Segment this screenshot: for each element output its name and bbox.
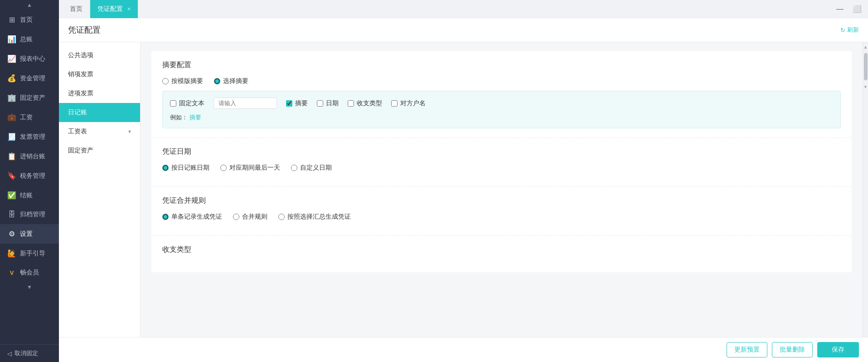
radio-select-total[interactable]: 按照选择汇总生成凭证 <box>278 213 351 221</box>
batch-delete-button[interactable]: 批量删除 <box>772 342 813 357</box>
left-nav-item-payroll-sheet[interactable]: 工资表 ▾ <box>59 122 140 141</box>
radio-merge-input[interactable] <box>233 214 239 220</box>
ledger-icon: 📊 <box>7 35 16 44</box>
page-title: 凭证配置 <box>68 24 101 35</box>
settings-icon: ⚙ <box>7 230 16 238</box>
update-preset-button[interactable]: 更新预置 <box>727 342 767 357</box>
sidebar-item-tax[interactable]: 🔖 税务管理 <box>0 166 59 186</box>
left-nav-item-public[interactable]: 公共选项 <box>59 46 140 65</box>
section-summary-config: 摘要配置 按模版摘要 选择摘要 <box>151 51 852 138</box>
sidebar-item-settings[interactable]: ⚙ 设置 <box>0 224 59 244</box>
save-button[interactable]: 保存 <box>817 342 859 357</box>
left-nav-item-sales[interactable]: 销项发票 <box>59 65 140 84</box>
report-icon: 📈 <box>7 54 16 63</box>
summary-checkbox-row: 固定文本 摘要 日期 <box>170 98 833 109</box>
right-content: 摘要配置 按模版摘要 选择摘要 <box>141 42 863 337</box>
radio-template-summary[interactable]: 按模版摘要 <box>162 77 203 85</box>
capital-icon: 💰 <box>7 74 16 83</box>
body-layout: 公共选项 销项发票 进项发票 日记账 工资表 ▾ 固定资产 <box>59 42 868 337</box>
example-value: 摘要 <box>189 114 201 121</box>
edge-scrollbar: ▲ ▼ <box>863 42 868 337</box>
sidebar-item-guide[interactable]: 🙋 新手引导 <box>0 244 59 263</box>
sidebar-item-capital[interactable]: 💰 资金管理 <box>0 68 59 88</box>
radio-journal-date[interactable]: 按日记账日期 <box>162 164 209 172</box>
refresh-icon: ↻ <box>840 27 845 34</box>
sidebar-item-archive[interactable]: 🗄 归档管理 <box>0 205 59 224</box>
radio-select-total-input[interactable] <box>278 214 285 220</box>
tab-controls: — ⬜ <box>834 4 864 14</box>
tax-icon: 🔖 <box>7 171 16 180</box>
radio-select-input[interactable] <box>214 78 220 84</box>
sidebar: ▲ ⊞ 首页 📊 总账 📈 报表中心 💰 资金管理 🏢 固定资产 💼 工资 🧾 … <box>0 0 59 362</box>
income-type-title: 收支类型 <box>162 245 841 254</box>
edge-scroll-up[interactable]: ▲ <box>863 42 868 51</box>
checkbox-date[interactable]: 日期 <box>317 99 339 108</box>
merge-rule-radio-group: 单条记录生成凭证 合并规则 按照选择汇总生成凭证 <box>162 213 841 221</box>
home-icon: ⊞ <box>7 15 16 24</box>
radio-period-last[interactable]: 对应期间最后一天 <box>220 164 280 172</box>
fixed-text-input[interactable] <box>213 98 277 109</box>
tab-restore-button[interactable]: ⬜ <box>850 4 864 14</box>
radio-select-summary[interactable]: 选择摘要 <box>214 77 248 85</box>
checkbox-summary[interactable]: 摘要 <box>286 99 308 108</box>
summary-config-title: 摘要配置 <box>162 60 841 70</box>
edge-scroll-thumb[interactable] <box>864 53 868 80</box>
sidebar-item-report[interactable]: 📈 报表中心 <box>0 49 59 68</box>
tab-voucher-config[interactable]: 凭证配置 × <box>90 0 138 18</box>
left-nav-item-journal[interactable]: 日记账 <box>59 103 140 122</box>
sidebar-item-vip[interactable]: V 畅会员 <box>0 263 59 282</box>
sidebar-item-assets[interactable]: 🏢 固定资产 <box>0 88 59 108</box>
sidebar-item-flow[interactable]: 📋 进销台账 <box>0 147 59 166</box>
radio-journal-date-input[interactable] <box>162 165 169 171</box>
radio-merge[interactable]: 合并规则 <box>233 213 267 221</box>
checkbox-income-type[interactable]: 收支类型 <box>348 99 382 108</box>
checkbox-counter-name-input[interactable] <box>391 100 398 107</box>
radio-single-record-input[interactable] <box>162 214 169 220</box>
radio-template-input[interactable] <box>162 78 169 84</box>
left-nav: 公共选项 销项发票 进项发票 日记账 工资表 ▾ 固定资产 <box>59 42 141 337</box>
checkbox-counter-name[interactable]: 对方户名 <box>391 99 426 108</box>
refresh-button[interactable]: ↻ 刷新 <box>840 26 859 34</box>
voucher-date-radio-group: 按日记账日期 对应期间最后一天 自定义日期 <box>162 164 841 172</box>
example-row: 例如： 摘要 <box>170 113 833 122</box>
tab-close-icon[interactable]: × <box>127 6 131 12</box>
assets-icon: 🏢 <box>7 93 16 102</box>
page-header: 凭证配置 ↻ 刷新 <box>59 18 868 42</box>
section-income-type: 收支类型 <box>151 236 852 272</box>
tab-minimize-button[interactable]: — <box>834 4 846 14</box>
summary-options-box: 固定文本 摘要 日期 <box>162 91 841 128</box>
summary-radio-group: 按模版摘要 选择摘要 <box>162 77 841 85</box>
unpin-button[interactable]: ◁ 取消固定 <box>0 344 59 362</box>
radio-period-last-input[interactable] <box>220 165 227 171</box>
sidebar-item-invoice[interactable]: 🧾 发票管理 <box>0 127 59 147</box>
left-nav-item-purchase[interactable]: 进项发票 <box>59 84 140 103</box>
vip-icon: V <box>7 269 16 276</box>
merge-rule-title: 凭证合并规则 <box>162 196 841 205</box>
voucher-date-title: 凭证日期 <box>162 147 841 157</box>
payroll-icon: 💼 <box>7 113 16 122</box>
checkbox-summary-input[interactable] <box>286 100 292 107</box>
invoice-icon: 🧾 <box>7 132 16 141</box>
radio-custom-date-input[interactable] <box>291 165 297 171</box>
checkbox-income-type-input[interactable] <box>348 100 354 107</box>
radio-custom-date[interactable]: 自定义日期 <box>291 164 332 172</box>
section-merge-rule: 凭证合并规则 单条记录生成凭证 合并规则 <box>151 187 852 236</box>
archive-icon: 🗄 <box>7 210 16 219</box>
sidebar-scroll-up[interactable]: ▲ <box>0 0 59 10</box>
checkbox-date-input[interactable] <box>317 100 323 107</box>
page-content: 凭证配置 ↻ 刷新 公共选项 销项发票 进项发票 日记账 <box>59 18 868 362</box>
unpin-icon: ◁ <box>7 350 12 357</box>
checkbox-fixed-text-input[interactable] <box>170 100 176 107</box>
left-nav-item-fixed-assets[interactable]: 固定资产 <box>59 141 140 160</box>
chevron-icon: ▾ <box>128 128 131 135</box>
sidebar-item-payroll[interactable]: 💼 工资 <box>0 108 59 127</box>
sidebar-item-ledger[interactable]: 📊 总账 <box>0 29 59 49</box>
edge-scroll-down[interactable]: ▼ <box>863 82 868 91</box>
sidebar-scroll-down[interactable]: ▼ <box>0 282 59 292</box>
tab-home[interactable]: 首页 <box>63 0 90 18</box>
sidebar-item-settle[interactable]: ✅ 结账 <box>0 186 59 205</box>
section-voucher-date: 凭证日期 按日记账日期 对应期间最后一天 <box>151 138 852 187</box>
checkbox-fixed-text[interactable]: 固定文本 <box>170 99 204 108</box>
radio-single-record[interactable]: 单条记录生成凭证 <box>162 213 222 221</box>
sidebar-item-home[interactable]: ⊞ 首页 <box>0 10 59 29</box>
